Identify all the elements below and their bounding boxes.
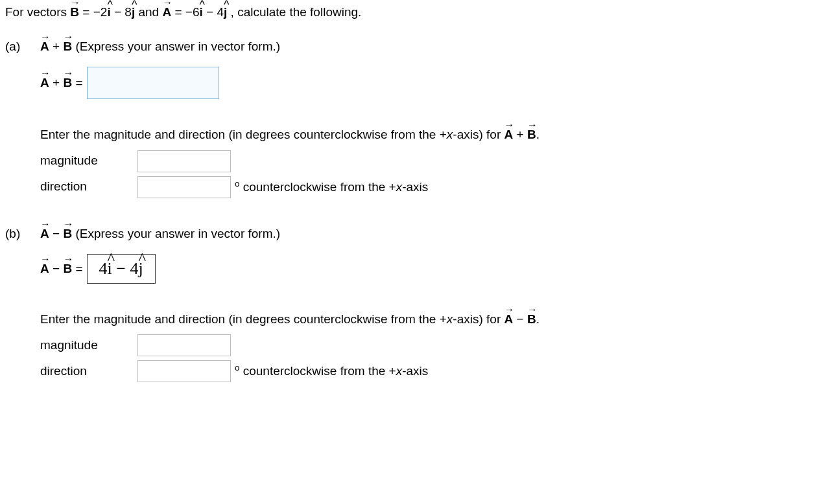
- intro-text: − 8: [114, 5, 132, 19]
- eq-sign: =: [72, 76, 82, 89]
- direction-label: direction: [40, 178, 137, 196]
- intro-text: = −6: [174, 5, 199, 19]
- vector-A: A: [162, 4, 171, 21]
- x-axis-x: x: [396, 180, 403, 194]
- x-axis-x: x: [447, 312, 453, 326]
- vector-B: B: [70, 4, 79, 21]
- vector-B: B: [527, 126, 536, 144]
- part-b-instruction: Enter the magnitude and direction (in de…: [40, 312, 447, 326]
- intro-text: For vectors: [5, 5, 70, 19]
- unit-i: i: [200, 4, 203, 21]
- vector-A: A: [40, 225, 49, 243]
- x-axis-x: x: [396, 365, 403, 378]
- vector-A: A: [504, 126, 514, 144]
- part-a-instruction: Enter the magnitude and direction (in de…: [40, 128, 447, 141]
- unit-j: j: [138, 258, 143, 279]
- part-a: (a) A + B (Express your answer in vector…: [5, 38, 830, 198]
- part-b-heading-suffix: (Express your answer in vector form.): [72, 227, 280, 240]
- direction-unit: -axis: [402, 365, 428, 378]
- part-a-label: (a): [5, 38, 40, 56]
- magnitude-label: magnitude: [40, 152, 137, 170]
- part-b: (b) A − B (Express your answer in vector…: [5, 225, 830, 382]
- direction-unit: -axis: [402, 180, 428, 194]
- vector-B: B: [63, 260, 72, 278]
- vector-B: B: [63, 74, 72, 92]
- a-plus-b-direction-input[interactable]: [137, 176, 231, 198]
- unit-i: i: [108, 258, 112, 279]
- part-b-instruction: -axis) for: [453, 312, 504, 326]
- part-b-label: (b): [5, 225, 40, 243]
- intro-text: and: [138, 5, 162, 19]
- part-a-instruction: -axis) for: [453, 128, 504, 141]
- vector-A: A: [40, 38, 49, 56]
- problem-intro: For vectors B = −2i − 8j and A = −6i − 4…: [5, 4, 830, 21]
- unit-j: j: [132, 4, 135, 21]
- vector-A: A: [40, 74, 49, 92]
- vector-B: B: [63, 225, 72, 243]
- unit-i: i: [107, 4, 110, 21]
- eq-sign: =: [72, 262, 82, 275]
- part-a-heading-suffix: (Express your answer in vector form.): [72, 40, 280, 53]
- vector-A: A: [40, 260, 49, 278]
- direction-unit: counterclockwise from the +: [239, 180, 396, 194]
- a-minus-b-vector-answer: 4i − 4j: [87, 254, 156, 283]
- intro-text: , calculate the following.: [231, 5, 362, 19]
- vector-B: B: [527, 311, 536, 328]
- a-plus-b-vector-input[interactable]: [87, 67, 219, 99]
- vector-B: B: [63, 38, 72, 56]
- intro-text: = −2: [82, 5, 107, 19]
- direction-unit: counterclockwise from the +: [239, 365, 396, 378]
- magnitude-label: magnitude: [40, 337, 137, 354]
- a-minus-b-magnitude-input[interactable]: [137, 334, 231, 356]
- direction-label: direction: [40, 363, 137, 380]
- x-axis-x: x: [447, 128, 453, 141]
- vector-A: A: [504, 311, 514, 328]
- intro-text: − 4: [206, 5, 224, 19]
- a-plus-b-magnitude-input[interactable]: [137, 150, 231, 172]
- unit-j: j: [224, 4, 227, 21]
- a-minus-b-direction-input[interactable]: [137, 360, 231, 382]
